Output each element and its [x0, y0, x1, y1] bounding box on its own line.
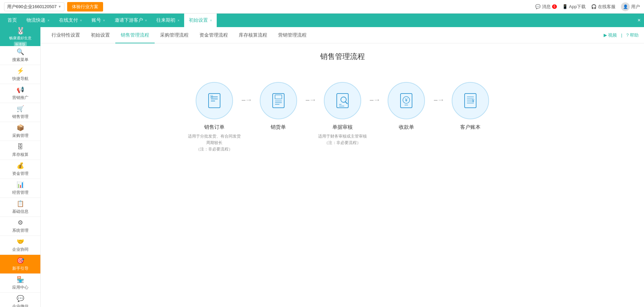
sidebar-item-wechat[interactable]: 💬 企业微信: [0, 293, 40, 307]
sidebar-item-quicknav-label: 快捷导航: [12, 76, 28, 82]
flow-label-receipt: 收款单: [399, 124, 414, 130]
nav-tab-invite-close[interactable]: ×: [145, 19, 147, 22]
sidebar-item-sales[interactable]: 🛒 销售管理: [0, 103, 40, 122]
nav-tab-init[interactable]: 初始设置 ×: [184, 14, 217, 27]
divider: |: [621, 33, 622, 38]
sidebar: 🐰 畅康通好生意 标准版 🔍 搜索菜单 ⚡ 快捷导航 📢 营销推广 🛒 销售管理…: [0, 27, 41, 307]
flow-label-ledger: 客户账本: [460, 124, 481, 130]
flow-item-ledger: ¥ 客户账本: [443, 82, 497, 133]
video-help-button[interactable]: ▶ 视频: [604, 32, 617, 38]
sidebar-item-coop[interactable]: 🤝 企业协同: [0, 236, 40, 255]
user-profile-button[interactable]: 👤 用户: [621, 2, 640, 11]
user-selector-text: 用户690企业1660120507: [7, 4, 57, 10]
user-name-label: 用户: [631, 4, 640, 10]
sidebar-item-coop-label: 企业协同: [12, 247, 28, 252]
nav-tab-invite-label: 邀请下游客户: [115, 17, 143, 23]
logo-area: 🐰 畅康通好生意 标准版: [0, 27, 41, 46]
flow-circle-receipt[interactable]: ¥: [388, 82, 425, 119]
sales-icon: 🛒: [17, 105, 24, 112]
online-service-button[interactable]: 🎧 在线客服: [591, 4, 616, 10]
page-title: 销售管理流程: [54, 52, 630, 62]
sidebar-item-finance-label: 资金管理: [12, 171, 28, 177]
help-button[interactable]: ? 帮助: [626, 32, 639, 38]
sidebar-item-wechat-label: 企业微信: [12, 304, 28, 307]
video-icon: ▶: [604, 33, 607, 38]
flow-arrow-1: - - →: [241, 82, 251, 104]
sidebar-item-finance[interactable]: 💰 资金管理: [0, 160, 40, 179]
coop-icon: 🤝: [17, 238, 24, 245]
nav-tab-logistics-close[interactable]: ×: [47, 19, 50, 22]
sub-nav-purchase-flow[interactable]: 采购管理流程: [155, 27, 194, 43]
sub-nav-industry[interactable]: 行业特性设置: [46, 27, 85, 43]
sidebar-item-inventory[interactable]: 🗄 库存核算: [0, 141, 40, 160]
quicknav-icon: ⚡: [17, 67, 24, 75]
flow-label-sales-order: 销售订单: [204, 124, 225, 130]
svg-rect-4: [210, 95, 213, 98]
app-download-button[interactable]: 📱 App下载: [562, 4, 586, 10]
user-selector[interactable]: 用户690企业1660120507 ▼: [4, 2, 64, 11]
sidebar-item-search[interactable]: 🔍 搜索菜单: [0, 46, 40, 65]
nav-tab-payment[interactable]: 在线支付 ×: [54, 14, 87, 27]
sub-nav-marketing-flow[interactable]: 营销管理流程: [273, 27, 312, 43]
sub-nav: 行业特性设置 初始设置 销售管理流程 采购管理流程 资金管理流程 库存核算流程 …: [41, 27, 644, 43]
sidebar-item-sales-label: 销售管理: [12, 114, 28, 120]
logo-icon: 🐰: [16, 27, 25, 35]
wechat-icon: 💬: [17, 295, 24, 302]
nav-tab-period-close[interactable]: ×: [177, 19, 179, 22]
sidebar-item-system[interactable]: ⚙ 系统管理: [0, 217, 40, 236]
nav-tab-account-close[interactable]: ×: [103, 19, 105, 22]
svg-rect-10: [337, 94, 348, 108]
sidebar-item-purchase[interactable]: 📦 采购管理: [0, 122, 40, 141]
nav-tab-init-close[interactable]: ×: [210, 19, 212, 22]
svg-text:¥: ¥: [472, 99, 474, 103]
top-bar-left: 用户690企业1660120507 ▼ 体验行业方案: [4, 2, 103, 12]
nav-tab-account[interactable]: 账号 ×: [87, 14, 110, 27]
layout: 🐰 畅康通好生意 标准版 🔍 搜索菜单 ⚡ 快捷导航 📢 营销推广 🛒 销售管理…: [0, 27, 644, 307]
top-bar: 用户690企业1660120507 ▼ 体验行业方案 💬 消息 6 📱 App下…: [0, 0, 644, 14]
nav-tab-payment-close[interactable]: ×: [80, 19, 82, 22]
guide-icon: 🎯: [17, 257, 24, 264]
flow-item-audit: 单据审核 适用于财务审核或主管审核（注：非必要流程）: [315, 82, 370, 146]
svg-rect-19: [465, 94, 476, 108]
sidebar-item-marketing-label: 营销推广: [12, 95, 28, 101]
inventory-icon: 🗄: [17, 143, 23, 150]
sub-nav-finance-flow[interactable]: 资金管理流程: [194, 27, 233, 43]
sidebar-item-appstore-label: 应用中心: [12, 285, 28, 290]
flow-circle-sales-order[interactable]: [196, 82, 233, 119]
nav-tab-invite[interactable]: 邀请下游客户 ×: [110, 14, 152, 27]
sidebar-item-appstore[interactable]: 🏪 应用中心: [0, 274, 40, 293]
sub-nav-initial[interactable]: 初始设置: [85, 27, 115, 43]
flow-circle-delivery[interactable]: [260, 82, 297, 119]
message-badge: 6: [552, 4, 557, 9]
flow-label-delivery: 销货单: [271, 124, 286, 130]
nav-tab-period[interactable]: 往来期初 ×: [152, 14, 184, 27]
message-label: 消息: [542, 4, 551, 10]
sub-nav-sales-flow[interactable]: 销售管理流程: [115, 27, 155, 43]
main-body: 销售管理流程 销售订单 适用于分批发货、有合同: [41, 43, 644, 307]
top-bar-right: 💬 消息 6 📱 App下载 🎧 在线客服 👤 用户: [535, 2, 640, 11]
flow-circle-audit[interactable]: [324, 82, 361, 119]
nav-tab-payment-label: 在线支付: [59, 17, 78, 23]
sidebar-item-basic-label: 基础信息: [12, 209, 28, 214]
nav-tab-logistics[interactable]: 物流快递 ×: [22, 14, 54, 27]
nav-close-all-button[interactable]: ×: [638, 17, 641, 23]
flow-circle-ledger[interactable]: ¥: [452, 82, 489, 119]
sub-nav-inventory-flow[interactable]: 库存核算流程: [233, 27, 273, 43]
online-service-label: 在线客服: [598, 4, 616, 10]
sidebar-item-quicknav[interactable]: ⚡ 快捷导航: [0, 65, 40, 84]
sidebar-item-basic[interactable]: 📋 基础信息: [0, 198, 40, 217]
sidebar-item-guide[interactable]: 🎯 新手引导: [0, 255, 40, 274]
nav-tab-init-label: 初始设置: [189, 17, 208, 23]
operation-icon: 📊: [17, 181, 24, 188]
flow-label-audit: 单据审核: [332, 124, 353, 130]
message-button[interactable]: 💬 消息 6: [535, 4, 557, 10]
flow-arrow-4: - - →: [433, 82, 443, 104]
sidebar-item-marketing[interactable]: 📢 营销推广: [0, 84, 40, 103]
flow-desc-audit: 适用于财务审核或主管审核（注：非必要流程）: [318, 133, 367, 146]
nav-tab-account-label: 账号: [92, 17, 101, 23]
nav-tab-home[interactable]: 首页: [3, 14, 22, 27]
sidebar-item-search-label: 搜索菜单: [12, 57, 28, 63]
trial-button[interactable]: 体验行业方案: [67, 2, 103, 12]
sidebar-item-operation[interactable]: 📊 经营管理: [0, 179, 40, 198]
nav-tab-period-label: 往来期初: [156, 17, 175, 23]
